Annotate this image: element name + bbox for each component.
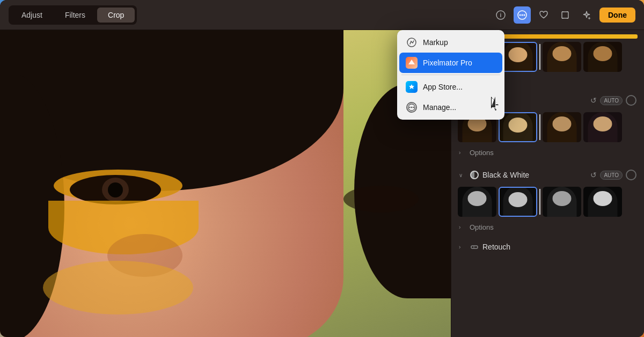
- bw-section-header[interactable]: ∨ Black & White ↺ AUTO: [451, 165, 644, 185]
- bw-section-icon: [470, 170, 479, 180]
- dropdown-item-manage[interactable]: Manage...: [399, 97, 502, 118]
- filter-thumb-3[interactable]: [543, 42, 581, 72]
- magic-button[interactable]: [578, 6, 595, 24]
- color-options-row[interactable]: › Options: [451, 146, 644, 161]
- dropdown-item-pixelmator[interactable]: Pixelmator Pro: [399, 53, 502, 73]
- manage-icon: [406, 101, 418, 113]
- bw-section-controls: ↺ AUTO: [590, 170, 636, 180]
- svg-marker-10: [408, 60, 415, 64]
- toolbar: Adjust Filters Crop i: [0, 0, 644, 30]
- svg-rect-6: [562, 12, 568, 18]
- done-button[interactable]: Done: [599, 8, 635, 23]
- color-section-controls: ↺ AUTO: [590, 95, 636, 106]
- bw-thumb-3[interactable]: [543, 187, 581, 217]
- svg-text:i: i: [500, 12, 502, 18]
- heart-button[interactable]: [535, 6, 552, 24]
- bw-filter-strip: [451, 185, 644, 221]
- aspect-button[interactable]: [557, 6, 574, 24]
- eye-left: [70, 175, 161, 204]
- info-button[interactable]: i: [492, 6, 509, 24]
- color-thumb-3[interactable]: [543, 112, 581, 142]
- tab-group: Adjust Filters Crop: [9, 5, 137, 25]
- color-thumb-2[interactable]: [499, 112, 537, 142]
- magic-icon: [582, 10, 591, 20]
- dropdown-separator: [401, 75, 500, 75]
- svg-point-14: [413, 107, 414, 108]
- svg-point-2: [519, 14, 521, 16]
- svg-point-13: [409, 107, 411, 108]
- main-content: › Options ∨ Color ↺ AUTO: [0, 30, 644, 337]
- chevron-down-icon-bw: ∨: [459, 172, 466, 178]
- bw-options-row[interactable]: › Options: [451, 221, 644, 236]
- eye-right: [343, 186, 419, 213]
- toggle-color-btn[interactable]: [626, 95, 636, 106]
- more-icon: [517, 10, 527, 20]
- retouch-section[interactable]: › Retouch: [451, 238, 644, 256]
- portrait-container: [0, 30, 451, 337]
- dropdown-item-markup[interactable]: Markup: [399, 32, 502, 53]
- bw-filter-divider: [539, 189, 540, 215]
- photo-area: [0, 30, 451, 337]
- retouch-icon: [470, 242, 479, 252]
- more-button[interactable]: [514, 6, 531, 24]
- filter-divider: [539, 44, 540, 70]
- color-thumb-4[interactable]: [583, 112, 622, 142]
- bw-thumb-1[interactable]: [458, 187, 496, 217]
- pixelmator-icon: [406, 57, 418, 69]
- svg-point-3: [522, 14, 523, 16]
- tab-adjust[interactable]: Adjust: [11, 8, 53, 23]
- markup-icon: [406, 36, 418, 48]
- app-window: Adjust Filters Crop i: [0, 0, 644, 337]
- dropdown-item-appstore[interactable]: App Store...: [399, 77, 502, 97]
- crop-icon: [560, 10, 570, 20]
- undo-color-icon[interactable]: ↺: [590, 96, 597, 105]
- tab-crop[interactable]: Crop: [97, 8, 135, 23]
- bw-thumb-4[interactable]: [583, 187, 622, 217]
- bw-section: ∨ Black & White ↺ AUTO: [451, 163, 644, 238]
- toggle-bw-btn[interactable]: [626, 170, 636, 180]
- svg-point-12: [411, 107, 413, 108]
- bw-thumb-2[interactable]: [499, 187, 537, 217]
- filter-thumb-4[interactable]: [583, 42, 622, 72]
- color-filter-divider: [539, 114, 540, 140]
- chin-shadow: [43, 261, 193, 314]
- auto-color-badge[interactable]: AUTO: [600, 96, 623, 105]
- toolbar-right: i: [492, 6, 635, 24]
- undo-bw-icon[interactable]: ↺: [590, 171, 597, 179]
- chevron-right-icon-bw: ›: [459, 224, 466, 230]
- chevron-right-icon-retouch: ›: [459, 244, 466, 250]
- appstore-icon: [406, 81, 418, 93]
- svg-point-4: [524, 14, 525, 16]
- svg-rect-7: [471, 246, 478, 248]
- heart-icon: [539, 10, 548, 20]
- auto-bw-badge[interactable]: AUTO: [600, 171, 623, 180]
- dropdown-menu: Markup Pixelmator Pro: [397, 30, 504, 120]
- chevron-right-icon-color: ›: [459, 150, 466, 156]
- tab-filters[interactable]: Filters: [54, 8, 96, 23]
- info-icon: i: [496, 10, 506, 20]
